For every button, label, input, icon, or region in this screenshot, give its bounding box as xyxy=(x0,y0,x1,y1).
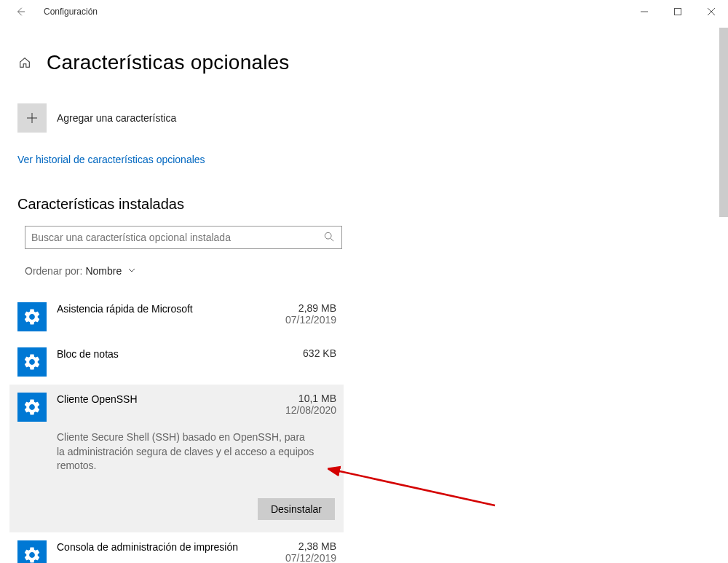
window-controls xyxy=(628,0,728,23)
feature-size: 632 KB xyxy=(271,347,336,359)
svg-line-7 xyxy=(331,238,333,241)
gear-icon xyxy=(17,347,47,377)
search-input[interactable] xyxy=(31,232,324,243)
feature-name: Bloc de notas xyxy=(57,347,271,361)
feature-row: Consola de administración de impresión2,… xyxy=(17,540,336,563)
feature-size: 2,89 MB xyxy=(271,302,336,314)
page-title: Características opcionales xyxy=(47,51,290,74)
add-feature-label: Agregar una característica xyxy=(57,112,176,124)
gear-icon xyxy=(17,540,47,563)
maximize-button[interactable] xyxy=(661,0,695,23)
uninstall-button[interactable]: Desinstalar xyxy=(258,498,335,520)
uninstall-row: Desinstalar xyxy=(17,498,336,520)
plus-icon xyxy=(17,103,47,133)
feature-name: Asistencia rápida de Microsoft xyxy=(57,302,271,315)
sort-dropdown[interactable]: Ordenar por: Nombre xyxy=(25,265,711,277)
search-box[interactable] xyxy=(25,226,342,249)
app-title: Configuración xyxy=(44,7,98,17)
feature-row: Asistencia rápida de Microsoft2,89 MB07/… xyxy=(17,302,336,331)
gear-icon xyxy=(17,302,47,331)
feature-date: 12/08/2020 xyxy=(271,404,336,416)
section-title: Características instaladas xyxy=(17,196,711,213)
feature-description: Cliente Secure Shell (SSH) basado en Ope… xyxy=(57,430,336,473)
sort-value: Nombre xyxy=(85,265,122,277)
feature-size: 2,38 MB xyxy=(271,540,336,552)
feature-meta: 10,1 MB12/08/2020 xyxy=(271,393,336,416)
titlebar: Configuración xyxy=(0,0,728,23)
close-button[interactable] xyxy=(695,0,728,23)
feature-name: Cliente OpenSSH xyxy=(57,393,271,406)
svg-rect-1 xyxy=(675,9,681,15)
search-icon xyxy=(324,232,336,243)
feature-meta: 632 KB xyxy=(271,347,336,359)
home-icon[interactable] xyxy=(17,55,32,70)
feature-row: Bloc de notas632 KB xyxy=(17,347,336,377)
feature-name: Consola de administración de impresión xyxy=(57,540,271,554)
feature-name-wrap: Bloc de notas xyxy=(57,347,271,361)
add-feature-button[interactable]: Agregar una característica xyxy=(17,103,711,133)
feature-item[interactable]: Asistencia rápida de Microsoft2,89 MB07/… xyxy=(9,294,344,339)
feature-item[interactable]: Consola de administración de impresión2,… xyxy=(9,532,344,563)
feature-name-wrap: Cliente OpenSSH xyxy=(57,393,271,406)
sort-label: Ordenar por: xyxy=(25,265,82,277)
feature-list: Asistencia rápida de Microsoft2,89 MB07/… xyxy=(9,294,711,563)
feature-meta: 2,89 MB07/12/2019 xyxy=(271,302,336,326)
feature-item[interactable]: Cliente OpenSSH10,1 MB12/08/2020Cliente … xyxy=(9,385,344,532)
gear-icon xyxy=(17,393,47,422)
feature-date: 07/12/2019 xyxy=(271,552,336,563)
history-link[interactable]: Ver historial de características opciona… xyxy=(17,154,205,165)
svg-point-6 xyxy=(325,232,331,239)
chevron-down-icon xyxy=(127,265,136,277)
scrollbar[interactable] xyxy=(719,28,728,217)
feature-meta: 2,38 MB07/12/2019 xyxy=(271,540,336,563)
feature-item[interactable]: Bloc de notas632 KB xyxy=(9,339,344,385)
feature-size: 10,1 MB xyxy=(271,393,336,404)
feature-name-wrap: Asistencia rápida de Microsoft xyxy=(57,302,271,315)
feature-row: Cliente OpenSSH10,1 MB12/08/2020 xyxy=(17,393,336,422)
feature-date: 07/12/2019 xyxy=(271,314,336,326)
back-button[interactable] xyxy=(10,1,31,22)
feature-name-wrap: Consola de administración de impresión xyxy=(57,540,271,554)
minimize-button[interactable] xyxy=(628,0,661,23)
